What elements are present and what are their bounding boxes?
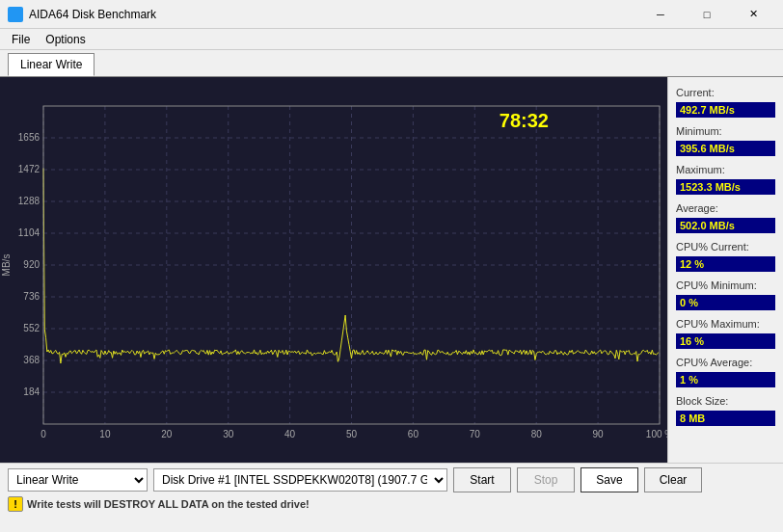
average-value: 502.0 MB/s: [676, 218, 775, 233]
close-button[interactable]: ✕: [731, 5, 775, 24]
menu-bar: File Options: [0, 29, 783, 50]
minimize-button[interactable]: ─: [638, 5, 683, 24]
chart-area: [0, 77, 667, 463]
drive-dropdown[interactable]: Disk Drive #1 [INTEL SSDPEKKW020T8] (190…: [153, 468, 447, 492]
minimum-label: Minimum:: [676, 125, 775, 137]
clear-button[interactable]: Clear: [644, 467, 702, 492]
cpu-minimum-label: CPU% Minimum:: [676, 279, 775, 291]
cpu-current-label: CPU% Current:: [676, 241, 775, 253]
cpu-maximum-value: 16 %: [676, 333, 775, 349]
block-size-value: 8 MB: [676, 411, 775, 426]
current-label: Current:: [676, 87, 775, 98]
start-button[interactable]: Start: [453, 467, 511, 492]
title-bar-left: AIDA64 Disk Benchmark: [8, 7, 156, 22]
maximum-value: 1523.3 MB/s: [676, 179, 775, 195]
average-label: Average:: [676, 202, 775, 214]
tab-linear-write[interactable]: Linear Write: [8, 53, 94, 76]
main-content: Current: 492.7 MB/s Minimum: 395.6 MB/s …: [0, 77, 783, 463]
warning-icon: !: [8, 496, 23, 512]
title-bar-controls: ─ □ ✕: [638, 5, 775, 24]
block-size-label: Block Size:: [676, 395, 775, 407]
minimum-value: 395.6 MB/s: [676, 141, 775, 156]
controls-row: Linear Write Linear Read Random Write Ra…: [8, 467, 775, 492]
maximum-label: Maximum:: [676, 164, 775, 175]
benchmark-chart: [0, 77, 667, 463]
tab-bar: Linear Write: [0, 50, 783, 77]
bottom-bar: Linear Write Linear Read Random Write Ra…: [0, 463, 783, 516]
cpu-average-label: CPU% Average:: [676, 357, 775, 368]
cpu-maximum-label: CPU% Maximum:: [676, 318, 775, 330]
cpu-minimum-value: 0 %: [676, 295, 775, 310]
title-bar: AIDA64 Disk Benchmark ─ □ ✕: [0, 0, 783, 29]
cpu-average-value: 1 %: [676, 372, 775, 387]
stop-button[interactable]: Stop: [517, 467, 575, 492]
title-bar-text: AIDA64 Disk Benchmark: [29, 8, 156, 21]
test-type-dropdown[interactable]: Linear Write Linear Read Random Write Ra…: [8, 468, 148, 492]
menu-options[interactable]: Options: [38, 31, 93, 48]
current-value: 492.7 MB/s: [676, 102, 775, 118]
warning-text: Write tests will DESTROY ALL DATA on the…: [27, 498, 310, 510]
warning-row: ! Write tests will DESTROY ALL DATA on t…: [8, 496, 775, 512]
app-icon: [8, 7, 23, 22]
menu-file[interactable]: File: [4, 31, 38, 48]
maximize-button[interactable]: □: [685, 5, 729, 24]
save-button[interactable]: Save: [580, 467, 638, 492]
cpu-current-value: 12 %: [676, 256, 775, 272]
sidebar: Current: 492.7 MB/s Minimum: 395.6 MB/s …: [667, 77, 783, 463]
